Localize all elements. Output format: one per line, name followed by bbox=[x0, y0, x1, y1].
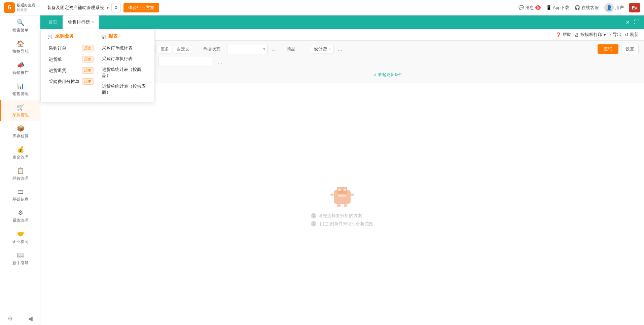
sales-icon: 📊 bbox=[17, 82, 24, 90]
status-label: 单据状态 bbox=[203, 46, 223, 52]
export-action[interactable]: ↑ 导出 bbox=[609, 32, 622, 38]
sidebar-collapse-btn[interactable]: ◀ bbox=[28, 315, 33, 322]
sidebar-label-newbie: 新手引导 bbox=[12, 260, 29, 266]
sidebar-item-purchase[interactable]: 🛒 采购管理 bbox=[0, 100, 40, 121]
sidebar-item-enterprise[interactable]: 🤝 企业协同 bbox=[0, 227, 40, 248]
goods-ellipsis[interactable]: ... bbox=[338, 46, 342, 52]
status-select[interactable] bbox=[227, 44, 267, 54]
dropdown-item-purchase-order[interactable]: 采购订单 历史 bbox=[47, 43, 95, 54]
sidebar-label-stock: 库存核算 bbox=[12, 133, 29, 139]
dropdown-item-return[interactable]: 进货退货 历史 bbox=[47, 65, 95, 76]
sidebar-label-enterprise: 企业协同 bbox=[12, 239, 29, 245]
industry-btn[interactable]: 体验行业方案 bbox=[123, 3, 159, 12]
sidebar-bottom: ⚙ ◀ bbox=[0, 312, 40, 325]
online-service-label: 在线客服 bbox=[581, 5, 599, 11]
dropdown-item-expense[interactable]: 采购费用分摊单 历史 bbox=[47, 76, 95, 87]
print-action[interactable]: 🖨 按模板打印 ▾ bbox=[575, 32, 606, 38]
chevron-up-icon: ∧ bbox=[374, 72, 377, 77]
refresh-action[interactable]: ↺ 刷新 bbox=[625, 32, 639, 38]
operations-icon: 📋 bbox=[17, 167, 24, 174]
sidebar-item-newbie[interactable]: 📖 新手引导 bbox=[0, 248, 40, 269]
purchase-icon: 🛒 bbox=[17, 104, 24, 111]
search-icon: 🔍 bbox=[17, 19, 24, 26]
empty-hint-2: 2 用[过滤]条件来缩小分析范围 bbox=[311, 221, 373, 227]
empty-state: 1 请先选择要分析的方案 2 用[过滤]条件来缩小分析范围 bbox=[40, 83, 644, 325]
collapse-btn[interactable]: ∧ 收起更多条件 bbox=[374, 72, 402, 78]
purchase-col-icon: 🛒 bbox=[47, 34, 53, 39]
goods-tag-close[interactable]: × bbox=[328, 47, 331, 51]
settings-icon-btn[interactable]: ⚙ bbox=[111, 3, 121, 12]
settings-btn[interactable]: 设置 bbox=[621, 44, 639, 54]
goods-tag: 设计费 × bbox=[311, 45, 334, 53]
dropdown-item-report-order-stat[interactable]: 采购订单统计表 bbox=[101, 43, 148, 53]
app-download-label: App下载 bbox=[553, 5, 569, 11]
dropdown-item-report-incoming-supplier[interactable]: 进货单统计表（按供应商） bbox=[101, 81, 148, 98]
sidebar-label-sales: 销售管理 bbox=[12, 91, 29, 97]
tab-close-btn[interactable]: × bbox=[92, 20, 94, 24]
sidebar-label-basic: 基础信息 bbox=[12, 197, 29, 202]
history-badge-3: 历史 bbox=[82, 78, 94, 85]
print-dropdown-icon[interactable]: ▾ bbox=[604, 32, 606, 37]
title-dropdown-btn[interactable]: ▾ bbox=[107, 5, 109, 10]
window-close-btn[interactable]: ✕ bbox=[623, 19, 632, 26]
online-service-action[interactable]: 🎧 在线客服 bbox=[575, 5, 599, 11]
svg-point-3 bbox=[344, 189, 346, 191]
sidebar-item-basic[interactable]: 🗃 基础信息 bbox=[0, 185, 40, 206]
message-icon: 💬 bbox=[518, 5, 524, 10]
refresh-icon: ↺ bbox=[625, 32, 629, 37]
user-action[interactable]: 👤 用户 bbox=[604, 3, 624, 12]
sidebar-item-stock[interactable]: 📦 库存核算 bbox=[0, 121, 40, 143]
stock-icon: 📦 bbox=[17, 125, 24, 132]
history-badge-1: 历史 bbox=[82, 56, 94, 63]
system-title: 装备及固定资产辅助管理系统 bbox=[47, 5, 104, 11]
quick-custom-btn[interactable]: 自定义 bbox=[174, 45, 192, 53]
sidebar-item-finance[interactable]: 💰 资金管理 bbox=[0, 143, 40, 164]
sidebar-item-search[interactable]: 🔍 搜索菜单 bbox=[0, 15, 40, 37]
dropdown-item-incoming[interactable]: 进货单 历史 bbox=[47, 54, 95, 65]
enterprise-icon: 🤝 bbox=[17, 230, 24, 238]
sidebar-item-sales[interactable]: 📊 销售管理 bbox=[0, 79, 40, 100]
message-action[interactable]: 💬 消息 5 bbox=[518, 5, 541, 11]
phone-icon: 📱 bbox=[546, 5, 551, 10]
top-header: 6 畅通好生意 标准版 装备及固定资产辅助管理系统 ▾ ⚙ 体验行业方案 💬 消… bbox=[0, 0, 644, 15]
sidebar-label-finance: 资金管理 bbox=[12, 155, 29, 160]
dropdown-item-report-order-exec[interactable]: 采购订单执行表 bbox=[101, 53, 148, 64]
circle-icon-1: 1 bbox=[311, 213, 316, 218]
refresh-label: 刷新 bbox=[630, 32, 639, 38]
tab-home[interactable]: 首页 bbox=[43, 15, 63, 29]
dropdown-item-report-incoming-goods[interactable]: 进货单统计表（按商品） bbox=[101, 64, 148, 81]
empty-hint-1: 1 请先选择要分析的方案 bbox=[311, 213, 362, 219]
sidebar-item-operations[interactable]: 📋 经营管理 bbox=[0, 164, 40, 185]
tab-bar: 首页 销售排行榜 × ✕ ⛶ bbox=[40, 15, 644, 29]
salesman-ellipsis[interactable]: ... bbox=[218, 59, 222, 65]
sidebar-item-system[interactable]: ⚙ 系统管理 bbox=[0, 206, 40, 227]
sidebar-label-quick-nav: 快捷导航 bbox=[12, 49, 29, 54]
tab-sales-rank[interactable]: 销售排行榜 × bbox=[63, 15, 99, 29]
filter-actions: 查询 设置 bbox=[598, 44, 639, 54]
svg-rect-4 bbox=[338, 195, 346, 197]
sidebar-item-quick-nav[interactable]: 🏠 快捷导航 bbox=[0, 37, 40, 58]
circle-icon-2: 2 bbox=[311, 221, 316, 227]
finance-icon: 💰 bbox=[17, 146, 24, 153]
ea-avatar: Ea bbox=[629, 3, 640, 12]
header-center: 装备及固定资产辅助管理系统 ▾ ⚙ 体验行业方案 bbox=[44, 3, 518, 12]
svg-rect-7 bbox=[337, 204, 341, 207]
history-badge-2: 历史 bbox=[82, 67, 94, 74]
app-download-action[interactable]: 📱 App下载 bbox=[546, 5, 569, 11]
salesman-input[interactable] bbox=[158, 57, 212, 67]
quick-more-btn[interactable]: 更多 bbox=[158, 45, 172, 53]
report-col-icon: 📊 bbox=[101, 34, 106, 39]
export-icon: ↑ bbox=[609, 32, 612, 37]
status-ellipsis[interactable]: ... bbox=[272, 46, 276, 52]
print-label: 按模板打印 bbox=[580, 32, 602, 38]
sidebar-label-system: 系统管理 bbox=[12, 218, 29, 224]
help-action[interactable]: ❓ 帮助 bbox=[556, 32, 571, 38]
search-btn[interactable]: 查询 bbox=[598, 44, 618, 54]
home-icon: 🏠 bbox=[17, 40, 24, 47]
logo-icon: 6 bbox=[4, 2, 15, 13]
header-right: 💬 消息 5 📱 App下载 🎧 在线客服 👤 用户 Ea bbox=[518, 3, 640, 12]
sidebar-settings-btn[interactable]: ⚙ bbox=[7, 315, 13, 322]
window-expand-btn[interactable]: ⛶ bbox=[632, 19, 641, 25]
history-badge-0: 历史 bbox=[82, 45, 94, 51]
sidebar-item-marketing[interactable]: 📣 营销推广 bbox=[0, 58, 40, 79]
